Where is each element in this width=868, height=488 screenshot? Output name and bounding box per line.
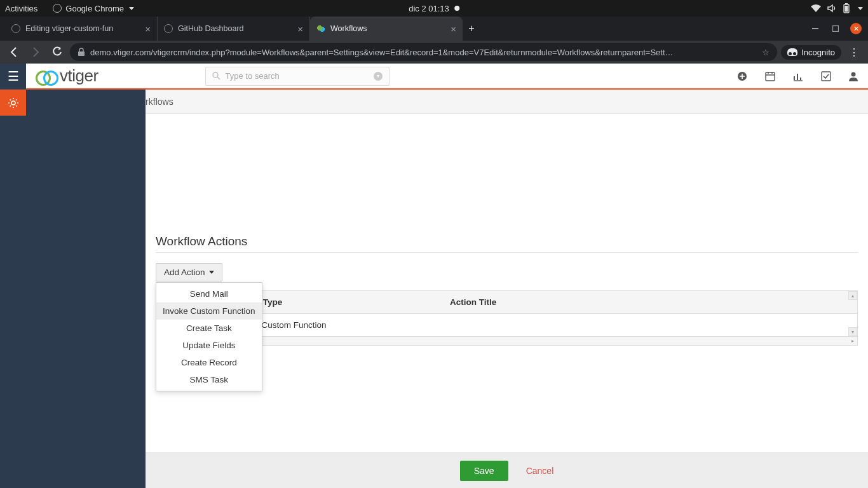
incognito-indicator[interactable]: Incognito: [781, 45, 841, 60]
dropdown-item-update-fields[interactable]: Update Fields: [156, 337, 262, 354]
incognito-label: Incognito: [801, 48, 835, 57]
dropdown-item-create-record[interactable]: Create Record: [156, 354, 262, 371]
system-menu-caret-icon[interactable]: [858, 7, 863, 10]
clock-text: dic 2 01:13: [409, 4, 449, 13]
volume-icon[interactable]: [827, 4, 836, 13]
notification-dot-icon: [454, 6, 459, 11]
active-app-name: Google Chrome: [65, 4, 124, 13]
caret-down-icon: [209, 271, 214, 274]
logo-text: vtiger: [60, 66, 98, 86]
address-bar[interactable]: demo.vtiger.com/vtigercrm/index.php?modu…: [70, 43, 777, 61]
global-search-input[interactable]: Type to search ▾: [205, 67, 390, 86]
tab-title: Workflows: [330, 24, 445, 33]
scroll-right-icon: ▸: [848, 337, 857, 345]
infinity-logo-icon: [36, 69, 58, 83]
svg-rect-4: [833, 26, 839, 32]
browser-tab[interactable]: Editing vtiger-custom-fun ×: [5, 17, 158, 41]
main-content: Workflow Actions Add Action Send Mail In…: [146, 114, 868, 452]
settings-gear-button[interactable]: [0, 90, 26, 116]
browser-tab-active[interactable]: Workflows ×: [310, 17, 463, 41]
svg-rect-3: [812, 28, 818, 29]
calendar-icon[interactable]: [765, 71, 775, 81]
tab-close-button[interactable]: ×: [145, 24, 151, 34]
search-icon: [212, 72, 220, 80]
gnome-top-bar: Activities Google Chrome dic 2 01:13: [0, 0, 868, 17]
topbar-icons: [737, 71, 858, 81]
tab-title: GitHub Dashboard: [178, 24, 292, 33]
dropdown-item-send-mail[interactable]: Send Mail: [156, 285, 262, 302]
dropdown-item-create-task[interactable]: Create Task: [156, 320, 262, 337]
incognito-icon: [787, 48, 797, 56]
svg-rect-5: [78, 51, 85, 56]
vtiger-favicon-icon: [316, 24, 325, 33]
nav-back-button[interactable]: [5, 43, 23, 61]
svg-rect-1: [845, 3, 848, 4]
cell-action-type: Invoke Custom Function: [245, 314, 442, 336]
save-button[interactable]: Save: [460, 461, 508, 481]
scroll-up-icon[interactable]: ▴: [848, 291, 857, 300]
svg-point-7: [213, 72, 218, 78]
url-text: demo.vtiger.com/vtigercrm/index.php?modu…: [90, 48, 757, 57]
tab-title: Editing vtiger-custom-fun: [25, 24, 140, 33]
chrome-tab-strip: Editing vtiger-custom-fun × GitHub Dashb…: [0, 17, 868, 41]
nav-reload-button[interactable]: [48, 43, 66, 61]
col-header-action-type: Action Type: [245, 291, 442, 313]
browser-tab[interactable]: GitHub Dashboard ×: [158, 17, 310, 41]
add-action-dropdown-button[interactable]: Add Action Send Mail Invoke Custom Funct…: [156, 263, 222, 281]
add-action-dropdown-menu: Send Mail Invoke Custom Function Create …: [156, 282, 262, 391]
app-topbar: vtiger Type to search ▾: [0, 64, 868, 90]
lock-icon: [78, 48, 85, 57]
scroll-down-icon[interactable]: ▾: [848, 327, 857, 336]
caret-down-icon: [129, 7, 134, 10]
chrome-menu-button[interactable]: ⋮: [845, 46, 863, 58]
chrome-app-icon: [53, 4, 62, 13]
col-header-action-title: Action Title: [442, 291, 857, 313]
battery-icon[interactable]: [843, 3, 850, 13]
cancel-link[interactable]: Cancel: [526, 466, 554, 476]
section-heading: Workflow Actions: [156, 114, 858, 253]
tab-close-button[interactable]: ×: [451, 24, 456, 34]
bookmark-star-icon[interactable]: ☆: [762, 48, 770, 57]
tab-close-button[interactable]: ×: [297, 24, 303, 34]
search-placeholder: Type to search: [226, 71, 280, 81]
nav-forward-button[interactable]: [27, 43, 44, 61]
window-minimize-button[interactable]: [810, 23, 821, 34]
window-maximize-button[interactable]: [830, 23, 841, 34]
chrome-toolbar: demo.vtiger.com/vtigercrm/index.php?modu…: [0, 41, 868, 64]
tasks-icon[interactable]: [821, 71, 831, 81]
github-favicon-icon: [164, 24, 173, 33]
clock[interactable]: dic 2 01:13: [409, 4, 459, 13]
svg-point-6: [11, 101, 15, 105]
active-app-menu[interactable]: Google Chrome: [53, 4, 134, 13]
activities-button[interactable]: Activities: [5, 4, 37, 13]
reports-icon[interactable]: [793, 71, 803, 81]
add-action-label: Add Action: [164, 268, 205, 277]
left-rail: ☰: [0, 64, 26, 488]
svg-rect-2: [845, 6, 848, 12]
svg-rect-10: [822, 72, 831, 81]
github-favicon-icon: [11, 24, 20, 33]
dropdown-item-sms-task[interactable]: SMS Task: [156, 371, 262, 388]
svg-point-11: [851, 72, 856, 76]
hamburger-menu-button[interactable]: ☰: [0, 64, 26, 90]
dropdown-item-invoke-custom-function[interactable]: Invoke Custom Function: [156, 302, 262, 320]
wifi-icon[interactable]: [811, 4, 821, 12]
form-footer: Save Cancel: [146, 452, 868, 488]
user-icon[interactable]: [849, 71, 858, 81]
new-tab-button[interactable]: +: [463, 17, 480, 41]
settings-sidebar: [26, 90, 146, 488]
vtiger-logo[interactable]: vtiger: [36, 66, 98, 86]
svg-rect-9: [766, 72, 775, 81]
add-record-icon[interactable]: [737, 71, 747, 81]
search-dropdown-icon[interactable]: ▾: [374, 72, 383, 81]
window-close-button[interactable]: ✕: [850, 23, 862, 34]
cell-action-title: [442, 314, 857, 336]
